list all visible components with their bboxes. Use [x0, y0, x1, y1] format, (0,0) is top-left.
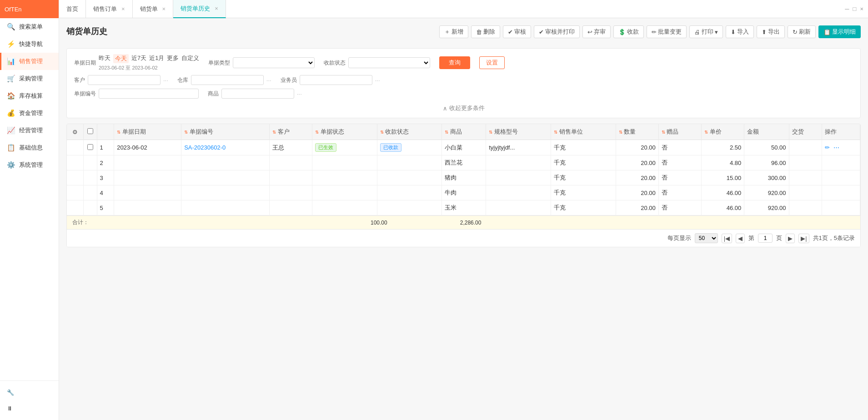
close-window-icon[interactable]: ×	[860, 5, 863, 12]
tab-sales-order-close[interactable]: ×	[121, 5, 125, 12]
row-checkbox[interactable]	[87, 144, 93, 150]
audit-button[interactable]: ✔ 审核	[503, 25, 531, 38]
cell-check[interactable]	[83, 200, 97, 215]
cell-goods: 猪肉	[442, 170, 486, 185]
th-doc-date[interactable]: ⇅ 单据日期	[114, 124, 181, 140]
th-gear[interactable]: ⚙	[67, 124, 83, 140]
th-goods[interactable]: ⇅ 商品	[442, 124, 486, 140]
doc-type-select[interactable]	[233, 57, 315, 68]
delete-icon: 🗑	[476, 29, 482, 35]
customer-input[interactable]	[88, 75, 161, 85]
cell-check[interactable]	[83, 170, 97, 185]
delete-button[interactable]: 🗑 删除	[471, 25, 500, 38]
doc-no-link[interactable]: SA-20230602-0	[184, 144, 226, 151]
date-tab-7days[interactable]: 近7天	[131, 54, 146, 63]
next-page-button[interactable]: ▶	[786, 234, 795, 243]
maximize-icon[interactable]: □	[853, 5, 857, 12]
filter-date-item: 单据日期 昨天 今天 近7天 近1月 更多 自定义 2023-06-02 至 2…	[74, 54, 199, 71]
tab-sales-delivery[interactable]: 销货单 ×	[133, 0, 174, 18]
cell-doc-date	[114, 185, 181, 200]
cell-check[interactable]	[83, 140, 97, 155]
sidebar-collapse-btn[interactable]: ⏸	[0, 400, 59, 416]
minimize-icon[interactable]: ─	[845, 5, 849, 12]
th-doc-status[interactable]: ⇅ 单据状态	[312, 124, 377, 140]
import-button[interactable]: ⬇ 导入	[726, 25, 754, 38]
th-check[interactable]	[83, 124, 97, 140]
cell-gift: 否	[658, 200, 701, 215]
th-customer[interactable]: ⇅ 客户	[269, 124, 312, 140]
query-button[interactable]: 查询	[439, 56, 470, 69]
refresh-button[interactable]: ↻ 刷新	[788, 25, 816, 38]
collapse-filter-btn[interactable]: ∧ 收起更多条件	[74, 102, 853, 112]
batch-change-button[interactable]: ✏ 批量变更	[647, 25, 687, 38]
th-spec[interactable]: ⇅ 规格型号	[486, 124, 551, 140]
salesperson-ellipsis[interactable]: ···	[375, 77, 380, 84]
th-gift[interactable]: ⇅ 赠品	[658, 124, 701, 140]
th-unit[interactable]: ⇅ 销售单位	[551, 124, 616, 140]
sidebar-item-search-menu[interactable]: 🔍 搜索菜单	[0, 18, 59, 35]
docno-input[interactable]	[99, 89, 199, 99]
tab-sales-delivery-close[interactable]: ×	[162, 5, 166, 12]
view-icon[interactable]: ⋯	[833, 144, 839, 151]
th-payment-status[interactable]: ⇅ 收款状态	[377, 124, 442, 140]
date-tab-1month[interactable]: 近1月	[149, 54, 164, 63]
first-page-button[interactable]: |◀	[722, 234, 732, 243]
cell-check[interactable]	[83, 185, 97, 200]
sidebar-item-quick-nav[interactable]: ⚡ 快捷导航	[0, 35, 59, 53]
goods-ellipsis[interactable]: ···	[297, 90, 302, 97]
refresh-icon: ↻	[793, 29, 798, 35]
sort-icon-unit: ⇅	[554, 130, 557, 135]
date-tab-today[interactable]: 今天	[113, 54, 129, 63]
sidebar-item-base-info[interactable]: 📋 基础信息	[0, 139, 59, 156]
payment-status-select[interactable]	[348, 57, 430, 68]
sidebar-item-purchase-mgmt[interactable]: 🛒 采购管理	[0, 70, 59, 87]
settings-filter-button[interactable]: 设置	[479, 56, 505, 69]
salesperson-input[interactable]	[300, 75, 372, 85]
th-amount: 金额	[744, 124, 789, 140]
audit-icon: ✔	[508, 29, 513, 35]
cell-doc-status	[312, 200, 377, 215]
abandon-button[interactable]: ↩ 弃审	[582, 25, 611, 38]
date-tab-custom[interactable]: 自定义	[181, 54, 199, 63]
audit-print-button[interactable]: ✔ 审核并打印	[534, 25, 580, 38]
filter-customer-item: 客户 ···	[74, 75, 168, 85]
th-doc-no[interactable]: ⇅ 单据编号	[181, 124, 270, 140]
sort-icon-customer: ⇅	[272, 130, 276, 135]
sidebar-item-ops-mgmt[interactable]: 📈 经营管理	[0, 122, 59, 139]
tab-sales-history[interactable]: 销货单历史 ×	[173, 0, 226, 18]
date-tab-more[interactable]: 更多	[167, 54, 179, 63]
sidebar-item-sys-mgmt[interactable]: ⚙️ 系统管理	[0, 156, 59, 174]
last-page-button[interactable]: ▶|	[798, 234, 809, 243]
date-tab-yesterday[interactable]: 昨天	[99, 54, 110, 63]
chevron-up-icon: ∧	[443, 105, 447, 112]
tab-sales-history-close[interactable]: ×	[215, 5, 218, 12]
page-number-input[interactable]	[758, 234, 773, 243]
warehouse-input[interactable]	[191, 75, 264, 85]
edit-icon[interactable]: ✏	[825, 144, 830, 151]
sidebar-settings-btn[interactable]: 🔧	[0, 385, 59, 400]
base-info-icon: 📋	[7, 144, 15, 152]
sidebar-item-sales-mgmt[interactable]: 📊 销售管理	[0, 53, 59, 70]
prev-page-button[interactable]: ◀	[736, 234, 745, 243]
sidebar-item-inventory-calc[interactable]: 🏠 库存核算	[0, 87, 59, 105]
warehouse-ellipsis[interactable]: ···	[266, 77, 271, 84]
show-detail-button[interactable]: 📋 显示明细	[818, 25, 861, 38]
th-qty[interactable]: ⇅ 数量	[616, 124, 658, 140]
cell-amount: 96.00	[744, 155, 789, 170]
collect-button[interactable]: 💲 收款	[613, 25, 644, 38]
cell-customer: 王总	[269, 140, 312, 155]
tab-sales-order[interactable]: 销售订单 ×	[86, 0, 133, 18]
add-button[interactable]: ＋ 新增	[439, 25, 468, 38]
page-size-select[interactable]: 50 20 100	[695, 233, 718, 243]
print-button[interactable]: 🖨 打印 ▾	[689, 25, 723, 38]
cell-amount: 920.00	[744, 185, 789, 200]
th-unit-price[interactable]: ⇅ 单价	[702, 124, 744, 140]
sidebar-item-finance-mgmt[interactable]: 💰 资金管理	[0, 105, 59, 122]
tab-home[interactable]: 首页	[59, 0, 86, 18]
select-all-checkbox[interactable]	[87, 128, 93, 134]
goods-input[interactable]	[221, 89, 294, 99]
cell-check[interactable]	[83, 155, 97, 170]
sort-icon-payment-status: ⇅	[380, 130, 384, 135]
customer-ellipsis[interactable]: ···	[163, 77, 168, 84]
export-button[interactable]: ⬆ 导出	[757, 25, 785, 38]
